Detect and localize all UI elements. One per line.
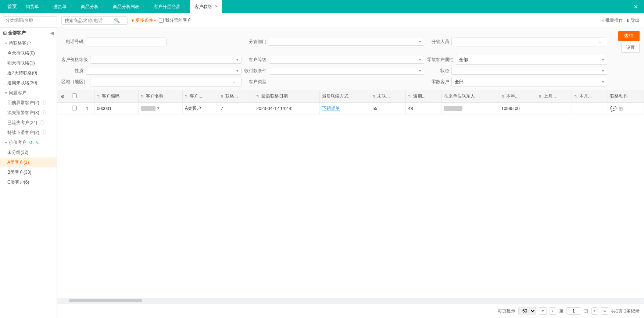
- retail-customer-select[interactable]: 全部 ▾: [451, 77, 607, 87]
- sidebar-item-A类客户[interactable]: A类客户(1): [0, 158, 57, 167]
- payment-field: 收付款条件 ▾: [244, 67, 425, 75]
- row-last-month: [536, 103, 572, 114]
- phone-input[interactable]: [86, 38, 167, 46]
- dots-icon[interactable]: ···: [232, 80, 238, 85]
- first-page-button[interactable]: «: [539, 307, 547, 315]
- next-page-button[interactable]: ›: [591, 307, 598, 315]
- col-contact-header[interactable]: ⇅ 联络...: [218, 90, 254, 103]
- search-box: 🔍: [61, 16, 128, 25]
- settings-button[interactable]: 设置: [621, 43, 640, 53]
- retail-attr-select[interactable]: 全部 ▾: [456, 55, 607, 65]
- col-last-contact-method-header[interactable]: 最后联络方式: [320, 90, 370, 103]
- content-area: 🔍 ▼ 更多条件 ▾ 我分管的客户 ☑ 批量操作 ⬇ 导出: [57, 13, 644, 318]
- page-number-input[interactable]: [566, 307, 581, 315]
- customer-type-select[interactable]: [269, 81, 425, 84]
- edit-icon[interactable]: ✎: [35, 140, 39, 145]
- col-type-header[interactable]: ⇅ 客户...: [182, 90, 218, 103]
- horizontal-scrollbar-thumb[interactable]: [69, 299, 142, 302]
- query-button[interactable]: 查询: [618, 31, 640, 41]
- close-tab-进货单-icon[interactable]: ✕: [69, 0, 72, 13]
- nature-label: 性质: [61, 68, 83, 74]
- category-search-input[interactable]: [3, 16, 57, 24]
- nav-tab-商品分析列表[interactable]: 商品分析列表 ✕: [108, 0, 149, 13]
- main-search-input[interactable]: [65, 18, 112, 23]
- col-name-header[interactable]: ⇅ 客户名称: [139, 90, 183, 103]
- refresh-icon[interactable]: ↺: [29, 140, 33, 145]
- batch-op-button[interactable]: ☑ 批量操作: [600, 17, 623, 24]
- export-button[interactable]: ⬇ 导出: [626, 17, 640, 24]
- col-last-contact-date-header[interactable]: ⇅ 最后联络日期: [254, 90, 320, 103]
- sidebar-item-B类客户[interactable]: B类客户(33): [0, 167, 57, 177]
- sidebar-item-今天待联络[interactable]: 今天待联络(0): [0, 48, 57, 58]
- sidebar-item-已流失客户[interactable]: 已流失客户(24) ⓘ: [0, 118, 57, 128]
- export-icon: ⬇: [626, 18, 630, 23]
- close-tab-商品分析-icon[interactable]: ✕: [101, 0, 104, 13]
- data-table-wrapper: ⚙ ⇅ 客户编码 ⇅ 客户名称: [57, 90, 644, 298]
- nav-tab-客户联络[interactable]: 客户联络 ✕: [190, 0, 222, 13]
- sidebar-item-未分组[interactable]: 未分组(32): [0, 148, 57, 158]
- sidebar-item-持续下滑客户[interactable]: 持续下滑客户(2) ⓘ: [0, 128, 57, 138]
- nature-select[interactable]: ▾: [86, 67, 242, 75]
- close-tab-客户联络-icon[interactable]: ✕: [215, 0, 218, 13]
- nav-tab-进货单[interactable]: 进货单 ✕: [49, 0, 76, 13]
- my-customers-checkbox[interactable]: [159, 18, 164, 23]
- row-seq: 1: [80, 103, 94, 114]
- sidebar-item-回购异常客户[interactable]: 回购异常客户(2) ⓘ: [0, 98, 57, 108]
- col-last-month-header[interactable]: ⇅ 上月...: [536, 90, 572, 103]
- sidebar-collapse-icon[interactable]: ◀: [50, 31, 54, 36]
- price-grade-select[interactable]: ▾: [90, 56, 242, 64]
- close-tab-销货单-icon[interactable]: ✕: [42, 0, 44, 13]
- sidebar-item-近7天待联络[interactable]: 近7天待联络(0): [0, 68, 57, 78]
- all-customers-header[interactable]: ⊞ 全部客户 ◀: [0, 28, 57, 38]
- close-window-icon[interactable]: ✕: [630, 3, 641, 10]
- dots-icon[interactable]: ···: [597, 39, 604, 45]
- row-type: A类客户: [182, 103, 218, 114]
- nav-tab-客户分层经营[interactable]: 客户分层经营 ✕: [149, 0, 190, 13]
- row-checkbox[interactable]: [72, 106, 77, 110]
- dept-select[interactable]: ▾: [269, 38, 425, 46]
- my-customers-checkbox-label[interactable]: 我分管的客户: [159, 17, 192, 24]
- more-filters-button[interactable]: ▼ 更多条件 ▾: [130, 17, 156, 24]
- col-overdue-header[interactable]: ⇅ 逾期...: [406, 90, 441, 103]
- main-search-icon[interactable]: 🔍: [114, 18, 120, 23]
- col-settings[interactable]: ⚙: [57, 90, 69, 103]
- close-tab-客户分层经营-icon[interactable]: ✕: [183, 0, 186, 13]
- top-nav: 首页 销货单 ✕ 进货单 ✕ 商品分析 ✕ 商品分析列表 ✕ 客户分层经营 ✕ …: [0, 0, 644, 13]
- sort-icon: ⇅: [256, 94, 259, 98]
- horizontal-scrollbar-track[interactable]: [61, 299, 640, 302]
- status-select[interactable]: ▾: [451, 67, 607, 75]
- close-tab-商品分析列表-icon[interactable]: ✕: [142, 0, 145, 13]
- col-code-header[interactable]: ⇅ 客户编码: [94, 90, 139, 103]
- group-价值客户[interactable]: ▼ 价值客户 ↺ ✎: [0, 138, 57, 148]
- sidebar-item-明天待联络[interactable]: 明天待联络(1): [0, 58, 57, 68]
- col-this-year-header[interactable]: ⇅ 本年...: [499, 90, 536, 103]
- row-no-contact: 55: [370, 103, 406, 114]
- region-select[interactable]: ···: [90, 78, 242, 86]
- col-this-month-header[interactable]: ⇅ 本月...: [572, 90, 608, 103]
- customer-grade-select[interactable]: ▾: [269, 56, 425, 64]
- qr-icon[interactable]: ⊞: [619, 106, 623, 112]
- group-待联络客户[interactable]: ▼ 待联络客户: [0, 38, 57, 48]
- prev-page-button[interactable]: ‹: [550, 307, 556, 315]
- last-page-button[interactable]: »: [601, 307, 609, 315]
- group-问题客户[interactable]: ▼ 问题客户: [0, 88, 57, 98]
- sidebar-item-C类客户[interactable]: C类客户(6): [0, 177, 57, 187]
- col-unit-contact-header[interactable]: 往来单位联系人: [441, 90, 499, 103]
- advanced-filter-panel: 电话号码 分管部门 ▾ 分管人员 ···: [57, 28, 644, 90]
- payment-select[interactable]: ▾: [269, 67, 425, 75]
- nature-field: 性质 ▾: [61, 67, 242, 75]
- nav-home[interactable]: 首页: [3, 3, 21, 10]
- message-icon[interactable]: 💬: [610, 106, 616, 112]
- nav-tab-商品分析[interactable]: 商品分析 ✕: [76, 0, 108, 13]
- sort-icon: ⇅: [574, 94, 577, 98]
- sidebar-item-流失预警客户[interactable]: 流失预警客户(3) ⓘ: [0, 108, 57, 118]
- staff-select[interactable]: ···: [451, 38, 607, 46]
- row-last-contact-date: 2023-04-12 14:44:: [254, 103, 320, 114]
- sidebar-item-逾期未联络[interactable]: 逾期未联络(30): [0, 78, 57, 88]
- customer-type-field: 客户类型: [244, 79, 425, 85]
- nav-tab-销货单[interactable]: 销货单 ✕: [21, 0, 49, 13]
- page-size-select[interactable]: 50: [518, 307, 536, 315]
- col-no-contact-header[interactable]: ⇅ 未联...: [370, 90, 406, 103]
- contact-method-link[interactable]: 下销货单: [322, 106, 340, 111]
- select-all-checkbox[interactable]: [72, 93, 77, 98]
